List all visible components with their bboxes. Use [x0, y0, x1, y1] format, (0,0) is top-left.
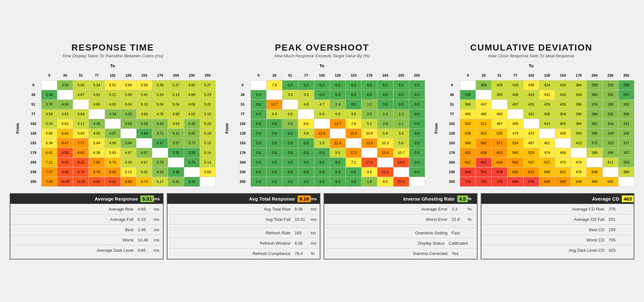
- cell-5-7: 10.5: [362, 128, 377, 138]
- cell-3-0: 4.59: [41, 109, 57, 119]
- cell-3-6: 3.6: [346, 109, 362, 119]
- cell-9-0: 0.0: [251, 167, 266, 177]
- cell-2-9: 4.68: [184, 99, 200, 109]
- stats-row-2: Worst Error22.9%: [324, 214, 477, 225]
- cell-2-5: 5.04: [120, 99, 136, 109]
- cell-4-4: [105, 119, 120, 128]
- cell-10-4: 9.52: [105, 177, 120, 186]
- cell-4-10: 5.20: [200, 119, 215, 128]
- cell-4-10: 0.0: [409, 119, 425, 128]
- cell-6-10: 327: [618, 138, 634, 148]
- cell-8-5: 517: [539, 157, 555, 167]
- col-header-2: 26: [267, 71, 282, 80]
- cell-7-6: 12.2: [346, 148, 362, 157]
- cell-0-7: 384: [571, 80, 587, 90]
- stats-label-5: Refresh Window: [167, 241, 293, 246]
- cell-3-8: 1.4: [377, 109, 393, 119]
- top-section: RESPONSE TIME Time Display Takes To Tran…: [10, 42, 634, 187]
- cell-2-10: 5.22: [200, 99, 215, 109]
- col-header-0: [25, 71, 41, 80]
- cell-6-4: 487: [523, 138, 539, 148]
- cell-10-9: 22.9: [393, 177, 409, 186]
- row-label-3: 77: [25, 109, 41, 119]
- row-label-2: 51: [25, 99, 41, 109]
- cell-5-3: 479: [507, 128, 523, 138]
- cell-10-4: 676: [523, 177, 539, 186]
- stats-unit-1: %: [468, 207, 477, 212]
- stats-row-2: Average Fall6.33ms: [10, 214, 163, 225]
- cell-7-8: 3.32: [168, 148, 184, 157]
- col-header-9: 204: [168, 71, 184, 80]
- stats-value-4: 10.48: [136, 238, 154, 242]
- cell-3-8: 4.80: [168, 109, 184, 119]
- col-header-7: 153: [346, 71, 362, 80]
- cell-3-0: 0.0: [251, 109, 266, 119]
- empty-corner: [219, 61, 235, 71]
- cell-0-8: 0.0: [377, 80, 393, 90]
- cell-8-4: 6.79: [105, 157, 120, 167]
- cell-7-7: [571, 148, 587, 157]
- col-header-3: 51: [282, 71, 298, 80]
- cell-3-0: 455: [460, 109, 476, 119]
- cell-9-0: 668: [460, 167, 476, 177]
- cell-2-4: 4.62: [105, 99, 120, 109]
- cell-3-3: [89, 109, 105, 119]
- cell-0-9: 315: [602, 80, 618, 90]
- cell-4-9: 4.32: [184, 119, 200, 128]
- col-header-10: 230: [602, 71, 618, 80]
- cell-3-6: 404: [555, 109, 571, 119]
- cell-9-1: 0.0: [267, 167, 282, 177]
- cell-9-4: 0.0: [314, 167, 330, 177]
- cell-2-10: 302: [618, 99, 634, 109]
- cell-0-6: 5.58: [137, 80, 152, 90]
- cell-7-4: 529: [523, 148, 539, 157]
- cell-5-0: 538: [460, 128, 476, 138]
- stats-highlight-value: 9.18: [298, 195, 311, 202]
- cell-8-1: 661: [476, 157, 492, 167]
- cd-table-wrap: ToFrom0265177102128153179204230255036942…: [428, 61, 634, 187]
- cell-1-8: 369: [587, 90, 602, 99]
- stats-unit-2: ms: [154, 217, 163, 222]
- stats-unit-4: Hz: [311, 231, 320, 235]
- cell-8-9: 2.76: [184, 157, 200, 167]
- row-label-8: 204: [235, 157, 251, 167]
- cell-3-5: 6.0: [330, 109, 346, 119]
- cell-1-3: 400: [507, 90, 523, 99]
- cell-0-9: 4.92: [184, 80, 200, 90]
- stats-label-5: Average Dark Level: [10, 248, 136, 253]
- cell-4-1: 0.0: [267, 119, 282, 128]
- cell-0-8: 359: [587, 80, 602, 90]
- row-label-4: 102: [444, 119, 460, 128]
- cell-2-2: [73, 99, 89, 109]
- cell-6-6: [137, 138, 152, 148]
- cell-1-8: 5.13: [168, 90, 184, 99]
- cell-10-2: 728: [492, 177, 507, 186]
- cell-8-0: 7.21: [41, 157, 57, 167]
- cell-6-5: 12.6: [330, 138, 346, 148]
- bottom-section: Average Response5.51msAverage Rise4.69ms…: [10, 193, 634, 260]
- cell-1-10: 5.23: [200, 90, 215, 99]
- cell-3-10: 5.19: [200, 109, 215, 119]
- stats-value-5: 4.65: [136, 248, 154, 253]
- stats-unit-5: ms: [311, 241, 320, 246]
- cell-2-10: 0.0: [409, 99, 425, 109]
- po-table-wrap: ToFrom026517710212815317920423025507.60.…: [219, 61, 425, 187]
- cell-0-9: 0.0: [393, 80, 409, 90]
- stats-row-5: Avg Dark Level CD425: [481, 245, 634, 256]
- cell-6-8: 372: [587, 138, 602, 148]
- cell-2-7: 396: [571, 99, 587, 109]
- cell-0-1: 369: [476, 80, 492, 90]
- cell-6-6: [346, 138, 362, 148]
- col-header-0: [235, 71, 251, 80]
- stats-value-2: 22.9: [450, 217, 468, 222]
- cell-10-6: 6.73: [137, 177, 152, 186]
- cell-8-0: 631: [460, 157, 476, 167]
- cell-9-9: [393, 167, 409, 177]
- cell-7-9: 348: [602, 148, 618, 157]
- col-header-7: 153: [555, 71, 571, 80]
- cell-2-5: 1.4: [330, 99, 346, 109]
- cell-0-10: 5.27: [200, 80, 215, 90]
- stats-row-0: Average CD463: [481, 194, 634, 204]
- cell-9-3: 8.76: [89, 167, 105, 177]
- col-header-3: 51: [492, 71, 507, 80]
